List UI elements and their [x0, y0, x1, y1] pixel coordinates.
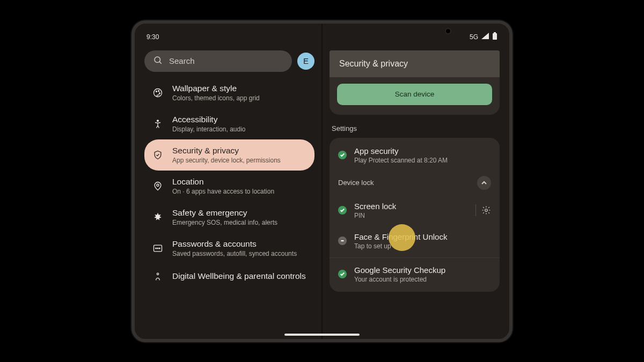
search-placeholder: Search	[169, 56, 195, 65]
row-title: Security & privacy	[172, 146, 281, 156]
search-icon	[153, 55, 163, 67]
page-title: Security & privacy	[339, 59, 408, 68]
row-sub: Display, interaction, audio	[172, 125, 246, 133]
sidebar-item-accessibility[interactable]: Accessibility Display, interaction, audi…	[144, 108, 314, 139]
accessibility-icon	[152, 118, 164, 130]
sidebar-item-wellbeing[interactable]: Digital Wellbeing & parental controls	[144, 264, 314, 289]
avatar[interactable]: E	[297, 53, 314, 70]
row-title: Passwords & accounts	[172, 239, 297, 249]
item-title: Google Security Checkup	[354, 265, 491, 275]
item-title: Screen lock	[354, 202, 468, 211]
row-sub: Colors, themed icons, app grid	[172, 94, 260, 102]
vertical-divider	[475, 204, 476, 216]
svg-line-1	[159, 62, 161, 63]
svg-point-15	[485, 209, 488, 212]
item-title: App security	[354, 146, 491, 156]
search-input[interactable]: Search	[144, 50, 292, 72]
sidebar-item-safety[interactable]: Safety & emergency Emergency SOS, medica…	[144, 202, 314, 233]
chevron-up-icon	[481, 180, 487, 186]
row-title: Safety & emergency	[172, 208, 277, 218]
row-sub: On · 6 apps have access to location	[172, 188, 274, 195]
row-title: Accessibility	[172, 115, 246, 124]
svg-point-4	[158, 90, 159, 91]
row-title: Location	[172, 177, 274, 187]
svg-point-2	[154, 88, 162, 97]
network-label: 5G	[470, 33, 478, 41]
scan-card: Scan device	[330, 77, 500, 115]
svg-point-3	[156, 91, 157, 92]
wellbeing-icon	[152, 270, 164, 282]
svg-point-10	[157, 248, 158, 249]
svg-rect-13	[493, 33, 497, 40]
app-security-item[interactable]: App security Play Protect scanned at 8:2…	[330, 140, 500, 171]
row-sub: Saved passwords, autofill, synced accoun…	[172, 250, 297, 257]
card-divider	[330, 257, 500, 258]
screen-lock-item[interactable]: Screen lock PIN	[330, 195, 500, 226]
app-security-card: App security Play Protect scanned at 8:2…	[330, 138, 500, 292]
collapse-button[interactable]	[477, 176, 491, 190]
status-bar-left: 9:30	[144, 31, 314, 43]
front-camera	[446, 29, 450, 33]
status-ok-icon	[338, 206, 347, 215]
row-sub: App security, device lock, permissions	[172, 157, 281, 164]
svg-point-0	[155, 57, 160, 63]
status-bar-right: 5G	[330, 31, 500, 43]
sidebar-item-passwords[interactable]: Passwords & accounts Saved passwords, au…	[144, 233, 314, 264]
emergency-icon	[152, 211, 164, 223]
device-hinge	[321, 20, 323, 342]
battery-icon	[492, 32, 497, 41]
avatar-initial: E	[303, 56, 309, 65]
status-ok-icon	[338, 151, 347, 159]
detail-pane: 5G Security & privacy Scan device Settin…	[322, 24, 509, 339]
shield-icon	[152, 149, 164, 161]
item-sub: PIN	[354, 212, 468, 219]
svg-rect-14	[494, 32, 496, 33]
svg-point-9	[156, 248, 157, 249]
gear-icon	[481, 205, 491, 215]
device-lock-subheader: Device lock	[330, 171, 500, 195]
item-sub: Your account is protected	[354, 276, 491, 283]
sidebar-item-security[interactable]: Security & privacy App security, device …	[144, 139, 314, 171]
svg-point-5	[159, 92, 160, 93]
row-title: Digital Wellbeing & parental controls	[172, 271, 306, 281]
svg-point-7	[157, 184, 159, 186]
google-checkup-item[interactable]: Google Security Checkup Your account is …	[330, 259, 500, 290]
sidebar-item-location[interactable]: Location On · 6 apps have access to loca…	[144, 171, 314, 202]
svg-point-6	[157, 120, 159, 121]
item-sub: Play Protect scanned at 8:20 AM	[354, 157, 491, 164]
palette-icon	[152, 87, 164, 99]
screen-lock-settings-button[interactable]	[481, 205, 491, 215]
row-title: Wallpaper & style	[172, 84, 260, 93]
svg-point-12	[157, 273, 158, 275]
key-icon	[152, 242, 164, 254]
foldable-device-frame: 9:30 Search E Wallpaper & style C	[131, 20, 513, 342]
scan-device-button[interactable]: Scan device	[337, 84, 492, 105]
item-title: Face & Fingerprint Unlock	[354, 232, 491, 241]
scan-button-label: Scan device	[395, 90, 435, 98]
row-sub: Emergency SOS, medical info, alerts	[172, 219, 277, 226]
svg-point-11	[159, 248, 160, 249]
device-lock-label: Device lock	[338, 179, 374, 187]
status-ok-icon	[338, 270, 347, 278]
detail-header: Security & privacy	[330, 50, 500, 77]
item-sub: Tap to set up	[354, 242, 491, 250]
status-neutral-icon	[338, 237, 347, 245]
settings-section-label: Settings	[332, 124, 497, 132]
status-time: 9:30	[147, 33, 159, 41]
signal-icon	[481, 33, 489, 41]
face-fingerprint-item[interactable]: Face & Fingerprint Unlock Tap to set up	[330, 226, 500, 256]
gesture-nav-bar[interactable]	[284, 334, 360, 336]
settings-list-pane: 9:30 Search E Wallpaper & style C	[135, 24, 322, 339]
sidebar-item-wallpaper[interactable]: Wallpaper & style Colors, themed icons, …	[144, 77, 314, 108]
location-pin-icon	[152, 180, 164, 192]
